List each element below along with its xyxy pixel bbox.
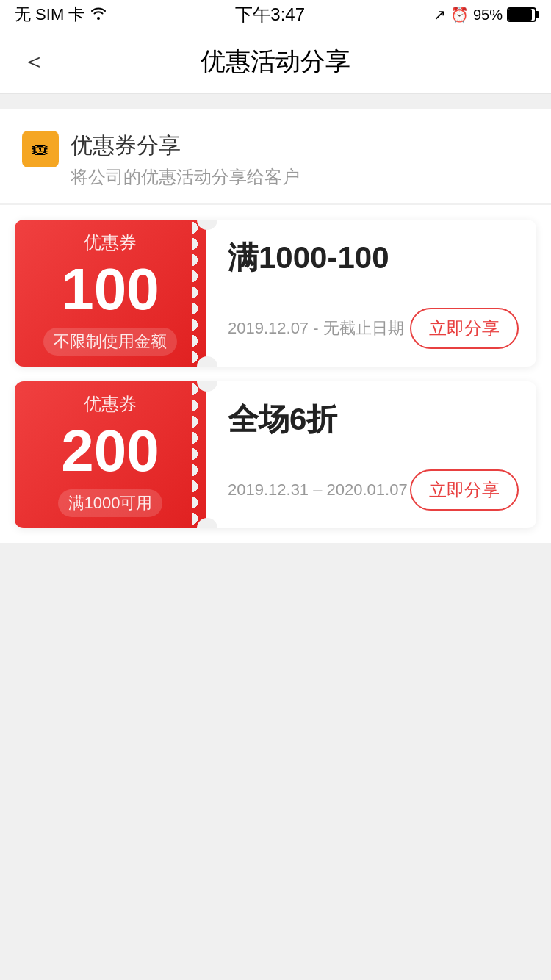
coupon-list: 优惠券 100 不限制使用金额 满1000-100 2019.12.07 - 无… <box>0 205 551 543</box>
empty-area <box>0 543 551 969</box>
coupon-condition: 不限制使用金额 <box>43 328 177 356</box>
coupon-bottom: 2019.12.31 – 2020.01.07 立即分享 <box>228 469 519 511</box>
coupon-bottom: 2019.12.07 - 无截止日期 立即分享 <box>228 308 519 349</box>
coupon-name: 全场6折 <box>228 399 519 440</box>
section-heading: 优惠券分享 <box>71 131 300 161</box>
coupon-amount: 100 <box>61 260 159 319</box>
wifi-icon <box>90 5 107 24</box>
section-icon: 🎟 <box>22 131 59 167</box>
coupon-right: 满1000-100 2019.12.07 - 无截止日期 立即分享 <box>206 220 536 367</box>
coupon-date: 2019.12.07 - 无截止日期 <box>228 317 404 339</box>
coupon-condition: 满1000可用 <box>58 489 163 517</box>
section-header: 🎟 优惠券分享 将公司的优惠活动分享给客户 <box>0 109 551 203</box>
coupon-label: 优惠券 <box>84 231 137 254</box>
coupon-left: 优惠券 200 满1000可用 <box>15 381 206 528</box>
battery-percent: 95% <box>473 7 503 24</box>
alarm-icon: ⏰ <box>450 6 469 24</box>
location-icon: ↗ <box>433 6 446 24</box>
coupon-left: 优惠券 100 不限制使用金额 <box>15 220 206 367</box>
carrier-text: 无 SIM 卡 <box>15 4 84 26</box>
nav-bar: ＜ 优惠活动分享 <box>0 29 551 94</box>
status-left: 无 SIM 卡 <box>15 4 107 26</box>
coupon-amount: 200 <box>61 422 159 480</box>
section-subtext: 将公司的优惠活动分享给客户 <box>71 165 300 189</box>
coupon-card: 优惠券 100 不限制使用金额 满1000-100 2019.12.07 - 无… <box>15 220 536 367</box>
coupon-label: 优惠券 <box>84 392 137 416</box>
battery-icon <box>507 7 536 22</box>
share-button[interactable]: 立即分享 <box>410 469 519 511</box>
coupon-date: 2019.12.31 – 2020.01.07 <box>228 480 408 500</box>
section-text: 优惠券分享 将公司的优惠活动分享给客户 <box>71 131 300 189</box>
share-button[interactable]: 立即分享 <box>410 308 519 349</box>
back-button[interactable]: ＜ <box>22 46 46 78</box>
coupon-name: 满1000-100 <box>228 237 519 278</box>
status-right: ↗ ⏰ 95% <box>433 6 536 24</box>
status-bar: 无 SIM 卡 下午3:47 ↗ ⏰ 95% <box>0 0 551 29</box>
coupon-card: 优惠券 200 满1000可用 全场6折 2019.12.31 – 2020.0… <box>15 381 536 528</box>
coupon-right: 全场6折 2019.12.31 – 2020.01.07 立即分享 <box>206 381 536 528</box>
page-title: 优惠活动分享 <box>201 45 350 79</box>
status-time: 下午3:47 <box>235 3 305 26</box>
